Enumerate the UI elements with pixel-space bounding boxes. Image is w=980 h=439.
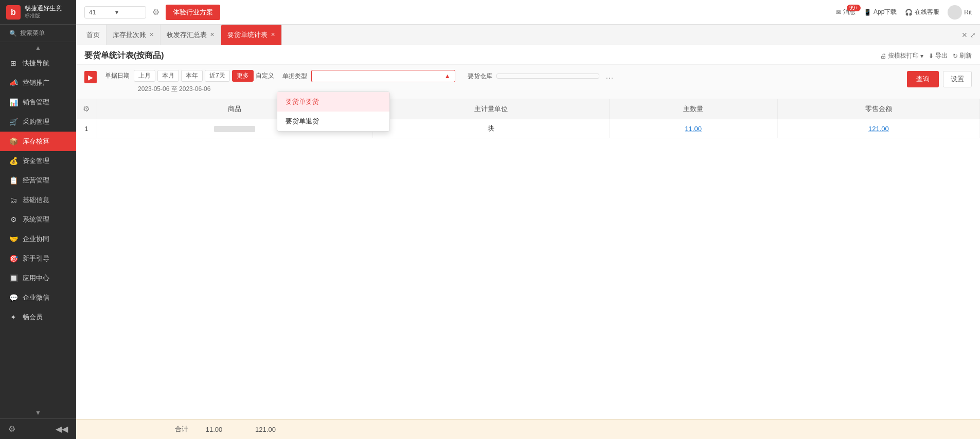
tab-home-label: 首页 xyxy=(86,30,100,40)
sidebar-item-label: 采购管理 xyxy=(23,117,49,126)
chevron-down-icon: ▾ xyxy=(115,9,139,16)
tab-recv-send[interactable]: 收发存汇总表 ✕ xyxy=(161,25,221,45)
sidebar-item-label: 快捷导航 xyxy=(23,59,49,68)
filter-expand-btn[interactable]: ▶ xyxy=(84,71,97,83)
sidebar-item-guide[interactable]: 🎯 新手引导 xyxy=(0,249,76,268)
logo-title: 畅捷通好生意 xyxy=(25,5,62,13)
sidebar-item-purchase[interactable]: 🛒 采购管理 xyxy=(0,112,76,132)
date-btn-more[interactable]: 更多 xyxy=(232,70,254,82)
row-index: 1 xyxy=(76,119,97,138)
export-icon: ⬇ xyxy=(929,52,934,60)
type-select-input[interactable] xyxy=(316,72,444,80)
filter-date-row: 单据日期 上月 本月 本年 近7天 更多 自定义 xyxy=(105,70,274,82)
operation-icon: 📋 xyxy=(8,176,19,185)
online-service-link[interactable]: 🎧 在线客服 xyxy=(905,8,939,16)
app-download-link[interactable]: 📱 App下载 xyxy=(864,8,897,16)
filter-action-btns: 查询 设置 xyxy=(907,71,972,87)
marketing-icon: 📣 xyxy=(8,79,19,87)
settings-btn[interactable]: 设置 xyxy=(943,71,972,87)
user-name: Rit xyxy=(964,9,972,16)
sidebar-item-marketing[interactable]: 📣 营销推广 xyxy=(0,73,76,93)
col-quantity-header: 主数量 xyxy=(609,99,777,119)
sidebar-item-apps[interactable]: 🔲 应用中心 xyxy=(0,268,76,288)
phone-icon: 📱 xyxy=(864,9,871,16)
type-select-chevron-up-icon[interactable]: ▲ xyxy=(444,72,451,80)
print-label: 按模板打印 xyxy=(888,51,919,60)
online-service-label: 在线客服 xyxy=(915,8,939,16)
dropdown-item-order-return[interactable]: 要货单退货 xyxy=(277,112,389,131)
col-amount-header: 零售金额 xyxy=(777,99,979,119)
tabs-bar: 首页 库存批次账 ✕ 收发存汇总表 ✕ 要货单统计表 ✕ ✕ ⤢ xyxy=(76,25,980,45)
filter-date-group: 单据日期 上月 本月 本年 近7天 更多 自定义 2023-05-06 至 20… xyxy=(105,70,274,94)
page-content: 要货单统计表(按商品) 🖨 按模板打印 ▾ ⬇ 导出 ↻ 刷新 ▶ xyxy=(76,45,980,439)
sidebar-item-operation[interactable]: 📋 经营管理 xyxy=(0,171,76,190)
tab-batch-stock-close[interactable]: ✕ xyxy=(149,31,154,38)
table-settings-icon[interactable]: ⚙ xyxy=(83,104,90,113)
footer-values: 11.00 121.00 xyxy=(188,426,291,433)
tab-recv-send-close[interactable]: ✕ xyxy=(210,31,215,38)
sidebar-item-system[interactable]: ⚙ 系统管理 xyxy=(0,210,76,229)
refresh-btn[interactable]: ↻ 刷新 xyxy=(953,51,972,60)
row-quantity[interactable]: 11.00 xyxy=(609,119,777,138)
collapse-icon[interactable]: ◀◀ xyxy=(56,424,68,434)
date-btn-this-year[interactable]: 本年 xyxy=(181,70,203,82)
logo-subtitle: 标准版 xyxy=(25,12,62,20)
tab-order-stats[interactable]: 要货单统计表 ✕ xyxy=(221,25,282,45)
export-btn[interactable]: ⬇ 导出 xyxy=(929,51,948,60)
date-btn-this-month[interactable]: 本月 xyxy=(157,70,179,82)
sidebar-item-sales[interactable]: 📊 销售管理 xyxy=(0,93,76,112)
dropdown-item-order-goods[interactable]: 要货单要货 xyxy=(277,92,389,112)
date-custom-label[interactable]: 自定义 xyxy=(256,71,274,80)
sidebar-scroll-down[interactable]: ▼ xyxy=(0,407,76,418)
sidebar-item-basic[interactable]: 🗂 基础信息 xyxy=(0,190,76,210)
col-settings: ⚙ xyxy=(76,99,97,119)
trial-btn[interactable]: 体验行业方案 xyxy=(166,5,220,20)
tab-batch-stock[interactable]: 库存批次账 ✕ xyxy=(106,25,161,45)
sidebar-bottom: ⚙ ◀◀ xyxy=(0,418,76,439)
settings-icon[interactable]: ⚙ xyxy=(8,424,15,434)
sidebar-item-label: 企业微信 xyxy=(23,293,49,302)
query-btn[interactable]: 查询 xyxy=(907,71,939,87)
footer-label: 合计 xyxy=(82,425,188,434)
sidebar-item-label: 应用中心 xyxy=(23,273,49,283)
sidebar-item-member[interactable]: ✦ 畅会员 xyxy=(0,307,76,327)
finance-icon: 💰 xyxy=(8,157,19,165)
filter-date-range-row: 2023-05-06 至 2023-06-06 xyxy=(105,85,274,94)
logo-icon: b xyxy=(6,5,21,20)
print-btn[interactable]: 🖨 按模板打印 ▾ xyxy=(880,51,923,60)
messages-badge[interactable]: ✉ 消息 99+ xyxy=(836,8,856,16)
type-select-box[interactable]: ▲ xyxy=(311,70,455,82)
sidebar-item-inventory[interactable]: 📦 库存核算 xyxy=(0,132,76,151)
sidebar-nav: ⊞ 快捷导航 📣 营销推广 📊 销售管理 🛒 采购管理 📦 库存核算 💰 资金管… xyxy=(0,53,76,407)
tab-home[interactable]: 首页 xyxy=(80,25,106,45)
date-btn-prev-month[interactable]: 上月 xyxy=(134,70,155,82)
sidebar-item-enterprise[interactable]: 🤝 企业协同 xyxy=(0,229,76,249)
row-amount[interactable]: 121.00 xyxy=(777,119,979,138)
table-header-row: ⚙ 商品 主计量单位 主数量 零售金额 xyxy=(76,99,980,119)
sales-icon: 📊 xyxy=(8,98,19,106)
search-label: 搜索菜单 xyxy=(20,29,45,38)
apps-icon: 🔲 xyxy=(8,274,19,282)
type-label: 单据类型 xyxy=(282,72,307,81)
user-profile[interactable]: Rit xyxy=(948,5,972,20)
warehouse-select-box[interactable] xyxy=(496,74,599,79)
search-menu[interactable]: 🔍 搜索菜单 xyxy=(0,25,76,42)
app-download-label: App下载 xyxy=(874,8,897,16)
sidebar-item-quick-nav[interactable]: ⊞ 快捷导航 xyxy=(0,53,76,73)
col-unit-header: 主计量单位 xyxy=(372,99,609,119)
sidebar-scroll-up[interactable]: ▲ xyxy=(0,42,76,53)
footer-quantity: 11.00 xyxy=(188,426,240,433)
date-btn-7days[interactable]: 近7天 xyxy=(205,70,230,82)
company-selector[interactable]: 41 ▾ xyxy=(84,6,146,19)
date-label: 单据日期 xyxy=(105,71,130,80)
export-label: 导出 xyxy=(935,51,948,60)
sidebar-item-wechat[interactable]: 💬 企业微信 xyxy=(0,288,76,307)
more-options-icon[interactable]: … xyxy=(605,71,614,81)
main-area: 41 ▾ ⚙ 体验行业方案 ✉ 消息 99+ 📱 App下载 🎧 在线客服 R xyxy=(76,0,980,439)
sidebar-item-finance[interactable]: 💰 资金管理 xyxy=(0,151,76,171)
tab-close-all-icon[interactable]: ✕ xyxy=(961,31,968,39)
topbar-gear-icon[interactable]: ⚙ xyxy=(152,7,159,17)
tab-order-stats-close[interactable]: ✕ xyxy=(271,31,275,38)
tab-expand-icon[interactable]: ⤢ xyxy=(970,31,976,39)
basic-icon: 🗂 xyxy=(8,196,19,204)
